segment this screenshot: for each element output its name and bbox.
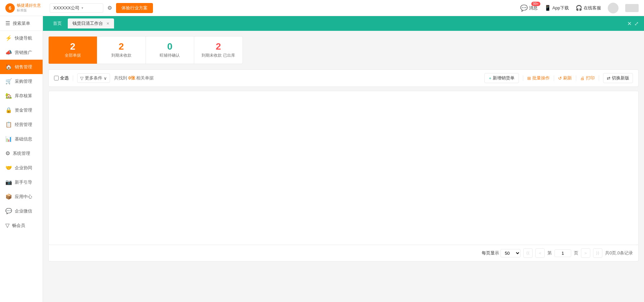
sidebar-item-sales[interactable]: 🏠 销售管理 bbox=[0, 60, 43, 74]
tab-workbench-label: 钱货日清工作台 bbox=[72, 20, 103, 26]
notification-area[interactable]: 💬 消息 99+ bbox=[520, 4, 538, 12]
app-download-label: App下载 bbox=[552, 5, 569, 11]
system-icon: ⚙ bbox=[5, 150, 10, 157]
batch-label: 批量操作 bbox=[532, 75, 550, 81]
basicinfo-icon: 📊 bbox=[5, 136, 12, 142]
page-label: 第 bbox=[547, 250, 552, 256]
tab-maximize-icon[interactable]: ⤢ bbox=[634, 20, 639, 27]
logo-text: 畅捷通好生意 bbox=[17, 3, 41, 8]
refresh-icon: ↺ bbox=[558, 76, 562, 81]
tab-minimize-icon[interactable]: ✕ bbox=[627, 20, 632, 27]
refresh-label: 刷新 bbox=[563, 75, 572, 81]
stat-label-pending: 旺辅待确认 bbox=[153, 53, 187, 58]
toolbar-divider-4 bbox=[576, 75, 576, 81]
online-service-label: 在线客服 bbox=[584, 5, 601, 11]
page-input[interactable] bbox=[554, 249, 571, 257]
appcenter-icon: 📦 bbox=[5, 193, 12, 200]
sidebar-label-enterprise: 企业协同 bbox=[15, 165, 32, 171]
sidebar-item-basic-info[interactable]: 📊 基础信息 bbox=[0, 132, 43, 146]
stat-label-all: 全部单据 bbox=[55, 53, 90, 58]
stat-card-pending[interactable]: 0 旺辅待确认 bbox=[146, 37, 195, 64]
sidebar-item-finance[interactable]: 🔒 资金管理 bbox=[0, 103, 43, 117]
stat-label-shipped: 到期未收款 已出库 bbox=[201, 53, 236, 58]
add-btn-label: 新增销货单 bbox=[493, 75, 515, 81]
tab-close-icon[interactable]: ✕ bbox=[106, 21, 109, 26]
stat-card-all[interactable]: 2 全部单据 bbox=[49, 37, 97, 64]
logo-text-area: 畅捷通好生意 标准版 bbox=[17, 3, 41, 13]
sidebar-label-quicknav: 快捷导航 bbox=[15, 35, 32, 41]
main-content: 首页 钱货日清工作台 ✕ ✕ ⤢ 2 全部单据 2 bbox=[43, 16, 644, 302]
toolbar-divider-5 bbox=[599, 75, 599, 81]
sidebar-item-quicknav[interactable]: ⚡ 快捷导航 bbox=[0, 31, 43, 45]
batch-operation-button[interactable]: ⊞ 批量操作 bbox=[527, 75, 550, 81]
sidebar-item-system[interactable]: ⚙ 系统管理 bbox=[0, 146, 43, 161]
switch-version-button[interactable]: ⇄ 切换新版 bbox=[603, 73, 633, 83]
sidebar-label-finance: 资金管理 bbox=[15, 107, 32, 113]
stat-number-all: 2 bbox=[55, 42, 90, 51]
sidebar-label-purchase: 采购管理 bbox=[15, 78, 32, 84]
settings-icon[interactable]: ⚙ bbox=[107, 5, 112, 11]
stat-card-overdue[interactable]: 2 到期未收款 bbox=[97, 37, 146, 64]
next-page-button[interactable]: ＞ bbox=[581, 248, 590, 258]
sidebar-label-member: 畅会员 bbox=[12, 223, 25, 229]
sales-icon: 🏠 bbox=[5, 64, 12, 70]
found-suffix: 相关单据 bbox=[136, 75, 154, 80]
sidebar-label-basicinfo: 基础信息 bbox=[15, 136, 32, 142]
stat-number-pending: 0 bbox=[153, 42, 187, 51]
switch-label: 切换新版 bbox=[612, 75, 629, 81]
active-bar bbox=[49, 63, 97, 64]
select-all-label: 全选 bbox=[60, 75, 69, 81]
stat-card-shipped[interactable]: 2 到期未收款 已出库 bbox=[194, 37, 243, 64]
first-page-button[interactable]: ⟨⟨ bbox=[523, 248, 533, 258]
print-icon: 🖨 bbox=[580, 76, 585, 81]
sidebar-item-enterprise[interactable]: 🤝 企业协同 bbox=[0, 161, 43, 175]
sidebar-item-member[interactable]: ▽ 畅会员 bbox=[0, 218, 43, 233]
filter-button[interactable]: ▽ 更多条件 ∨ bbox=[77, 73, 110, 83]
select-all-checkbox[interactable]: 全选 bbox=[54, 75, 69, 81]
logo-sub: 标准版 bbox=[17, 8, 41, 13]
stat-number-shipped: 2 bbox=[201, 42, 236, 51]
select-all-input[interactable] bbox=[54, 76, 59, 80]
sidebar-item-newbie[interactable]: 📷 新手引导 bbox=[0, 175, 43, 189]
layout: ☰ 搜索菜单 ⚡ 快捷导航 📣 营销推广 🏠 销售管理 🛒 采购管理 🏡 库存核… bbox=[0, 16, 644, 302]
plus-icon: + bbox=[489, 76, 491, 81]
app-download[interactable]: 📱 App下载 bbox=[544, 5, 569, 11]
add-sales-order-button[interactable]: + 新增销货单 bbox=[484, 73, 519, 83]
top-header: 6 畅捷通好生意 标准版 XXXXXX公司 ▾ ⚙ 体验行业方案 💬 消息 99… bbox=[0, 0, 644, 16]
page-of-label: 页 bbox=[574, 250, 578, 256]
online-service[interactable]: 🎧 在线客服 bbox=[576, 5, 601, 11]
print-button[interactable]: 🖨 打印 bbox=[580, 75, 595, 81]
trial-button[interactable]: 体验行业方案 bbox=[116, 3, 153, 13]
sidebar-item-search[interactable]: ☰ 搜索菜单 bbox=[0, 16, 43, 31]
print-label: 打印 bbox=[586, 75, 595, 81]
sidebar-label-operations: 经营管理 bbox=[15, 122, 32, 128]
last-page-button[interactable]: ⟩⟩ bbox=[593, 248, 602, 258]
page-size-label: 每页显示 bbox=[482, 250, 499, 256]
tab-workbench[interactable]: 钱货日清工作台 ✕ bbox=[68, 18, 114, 28]
toolbar-divider-2 bbox=[523, 75, 523, 81]
sidebar-item-inventory[interactable]: 🏡 库存核算 bbox=[0, 88, 43, 103]
tab-bar: 首页 钱货日清工作台 ✕ ✕ ⤢ bbox=[43, 16, 644, 31]
notification-badge: 99+ bbox=[531, 2, 540, 6]
prev-page-button[interactable]: ＜ bbox=[535, 248, 545, 258]
company-name: XXXXXX公司 bbox=[53, 5, 79, 11]
sidebar-item-wechat[interactable]: 💬 企业微信 bbox=[0, 204, 43, 218]
toolbar-divider bbox=[73, 75, 73, 81]
stat-label-overdue: 到期未收款 bbox=[104, 53, 139, 58]
sidebar-item-operations[interactable]: 📋 经营管理 bbox=[0, 117, 43, 132]
page-size-dropdown[interactable]: 50 100 200 bbox=[500, 249, 521, 257]
refresh-button[interactable]: ↺ 刷新 bbox=[558, 75, 572, 81]
company-selector[interactable]: XXXXXX公司 ▾ bbox=[50, 3, 103, 13]
sidebar-label-search: 搜索菜单 bbox=[13, 20, 30, 26]
sidebar-item-purchase[interactable]: 🛒 采购管理 bbox=[0, 74, 43, 88]
page-total: 共0页,0条记录 bbox=[605, 250, 633, 256]
sidebar-label-wechat: 企业微信 bbox=[15, 208, 32, 214]
tab-home[interactable]: 首页 bbox=[48, 18, 66, 28]
sidebar-item-appcenter[interactable]: 📦 应用中心 bbox=[0, 189, 43, 204]
user-avatar[interactable] bbox=[608, 3, 619, 13]
service-icon: 🎧 bbox=[576, 5, 582, 11]
enterprise-icon: 🤝 bbox=[5, 165, 12, 171]
table-area bbox=[48, 91, 639, 245]
user-name[interactable] bbox=[625, 4, 639, 12]
sidebar-item-marketing[interactable]: 📣 营销推广 bbox=[0, 45, 43, 60]
